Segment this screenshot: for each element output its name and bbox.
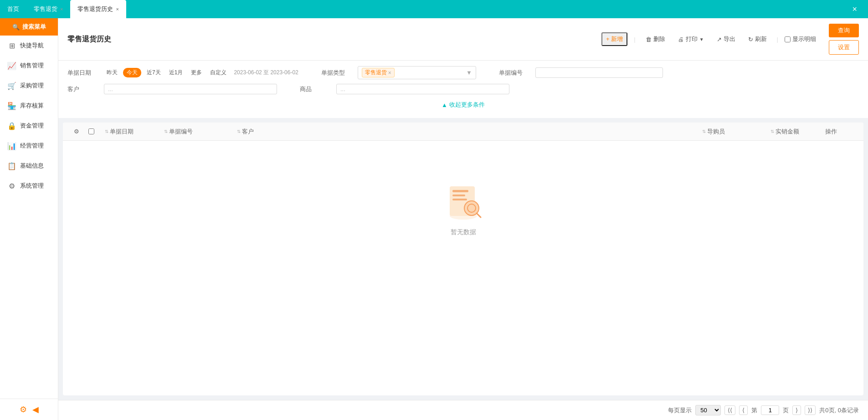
- purchase-icon: 🛒: [7, 81, 16, 90]
- per-page-select[interactable]: 50 10 20 100: [695, 405, 721, 415]
- th-num: ⇅ 单据编号: [160, 124, 233, 139]
- sidebar-search-label: 搜索菜单: [22, 23, 46, 31]
- settings-bottom-icon[interactable]: ⚙: [20, 405, 27, 415]
- empty-icon: [441, 177, 486, 223]
- refresh-icon: ↻: [748, 36, 753, 43]
- inventory-icon: 🏪: [7, 101, 16, 110]
- tab-returnHistory-close[interactable]: ×: [116, 6, 118, 12]
- page-header: 零售退货历史 + 新增 | 🗑 删除 🖨 打印 ▼ ↗ 导出 ↻: [58, 18, 868, 61]
- page-last-button[interactable]: ⟩⟩: [805, 405, 816, 415]
- date-btn-7days[interactable]: 近7天: [144, 68, 164, 77]
- svg-rect-4: [452, 199, 467, 200]
- biz-icon: 📊: [7, 141, 16, 150]
- filter-settings-button[interactable]: 设置: [829, 40, 859, 55]
- page-prev-button[interactable]: ⟨: [739, 405, 748, 415]
- sidebar-item-basic-label: 基础信息: [20, 162, 44, 170]
- export-button[interactable]: ↗ 导出: [713, 33, 739, 45]
- th-settings[interactable]: ⚙: [68, 124, 85, 138]
- goods-filter-label: 商品: [300, 85, 327, 93]
- top-bar-right: ×: [848, 5, 868, 14]
- print-icon: 🖨: [678, 36, 684, 43]
- date-filter-label: 单据日期: [67, 69, 95, 77]
- sidebar-item-sales[interactable]: 📈 销售管理: [0, 56, 58, 76]
- sidebar-item-inventory-label: 库存核算: [20, 102, 44, 110]
- select-all-checkbox[interactable]: [88, 128, 94, 134]
- add-button[interactable]: + 新增: [601, 32, 627, 46]
- delete-button[interactable]: 🗑 删除: [642, 33, 669, 45]
- date-btn-more[interactable]: 更多: [188, 68, 205, 77]
- customer-filter-input[interactable]: ...: [104, 84, 277, 94]
- sort-date-icon[interactable]: ⇅: [105, 129, 108, 134]
- date-btn-today[interactable]: 今天: [123, 68, 141, 77]
- page-label: 第: [751, 406, 757, 415]
- tab-returnHistory[interactable]: 零售退货历史 ×: [70, 0, 126, 18]
- customer-filter-label: 客户: [67, 85, 95, 93]
- search-icon: 🔍: [12, 24, 20, 31]
- sidebar-bottom: ⚙ ◀: [0, 399, 58, 420]
- th-num-label: 单据编号: [169, 128, 193, 136]
- tab-return[interactable]: 零售退货 ×: [26, 0, 70, 18]
- collapse-sidebar-icon[interactable]: ◀: [32, 405, 39, 415]
- print-dropdown-icon: ▼: [699, 37, 704, 42]
- sidebar-item-system[interactable]: ⚙ 系统管理: [0, 176, 58, 196]
- th-date-label: 单据日期: [110, 128, 134, 136]
- sidebar-item-inventory[interactable]: 🏪 库存核算: [0, 96, 58, 116]
- th-action-label: 操作: [825, 128, 837, 136]
- print-button[interactable]: 🖨 打印 ▼: [674, 33, 708, 45]
- th-amount: ⇅ 实销金额: [767, 124, 822, 139]
- date-btn-yesterday[interactable]: 昨天: [104, 68, 120, 77]
- table-settings-icon[interactable]: ⚙: [74, 128, 79, 135]
- sidebar-item-basic[interactable]: 📋 基础信息: [0, 156, 58, 176]
- page-title: 零售退货历史: [67, 35, 111, 50]
- basic-icon: 📋: [7, 161, 16, 170]
- tab-home[interactable]: 首页: [0, 0, 26, 18]
- window-close-button[interactable]: ×: [848, 5, 861, 14]
- filter-row-2: 客户 ... 商品 ...: [67, 84, 859, 94]
- sidebar-item-finance[interactable]: 🔒 资金管理: [0, 116, 58, 136]
- sort-amount-icon[interactable]: ⇅: [770, 129, 774, 134]
- print-label: 打印: [686, 35, 698, 43]
- svg-rect-2: [452, 190, 468, 192]
- sidebar-search[interactable]: 🔍 搜索菜单: [0, 18, 58, 36]
- th-checkbox[interactable]: [85, 125, 101, 138]
- query-btn-group: 查询 设置: [829, 24, 859, 55]
- display-toggle[interactable]: 显示明细: [785, 35, 816, 43]
- tab-return-close[interactable]: ×: [60, 6, 63, 12]
- svg-line-7: [477, 213, 481, 217]
- type-select-arrow: ▼: [466, 69, 472, 76]
- date-btn-custom[interactable]: 自定义: [207, 68, 229, 77]
- sidebar-item-quicknav-label: 快捷导航: [20, 41, 44, 50]
- tab-home-label: 首页: [7, 5, 19, 13]
- type-tag-remove[interactable]: ×: [388, 70, 391, 76]
- sidebar-item-purchase[interactable]: 🛒 采购管理: [0, 76, 58, 96]
- finance-icon: 🔒: [7, 121, 16, 130]
- tab-area: 首页 零售退货 × 零售退货历史 ×: [0, 0, 848, 18]
- sidebar-item-biz[interactable]: 📊 经营管理: [0, 136, 58, 156]
- display-checkbox[interactable]: [785, 36, 791, 42]
- sort-guide-icon[interactable]: ⇅: [702, 129, 706, 134]
- empty-state: 暂无数据: [63, 141, 863, 273]
- top-bar: 首页 零售退货 × 零售退货历史 × ×: [0, 0, 868, 18]
- type-tag-value: 零售退货: [365, 69, 387, 77]
- page-next-button[interactable]: ⟩: [792, 405, 801, 415]
- page-first-button[interactable]: ⟨⟨: [724, 405, 735, 415]
- th-customer-label: 客户: [242, 128, 254, 136]
- sidebar-item-quicknav[interactable]: ⊞ 快捷导航: [0, 36, 58, 56]
- svg-rect-3: [452, 195, 465, 196]
- page-input[interactable]: [761, 405, 779, 415]
- date-btn-1month[interactable]: 近1月: [166, 68, 186, 77]
- sidebar-item-system-label: 系统管理: [20, 182, 44, 190]
- goods-filter-input[interactable]: ...: [336, 84, 509, 94]
- collapse-button[interactable]: ▲ 收起更多条件: [67, 99, 859, 111]
- num-filter-input[interactable]: [535, 67, 663, 78]
- sort-customer-icon[interactable]: ⇅: [237, 129, 241, 134]
- th-guide: ⇅ 导购员: [699, 124, 767, 139]
- query-button[interactable]: 查询: [829, 24, 859, 37]
- refresh-button[interactable]: ↻ 刷新: [745, 33, 770, 45]
- pagination: 每页显示 50 10 20 100 ⟨⟨ ⟨ 第 页 ⟩ ⟩⟩ 共0页, 0条记…: [58, 400, 868, 420]
- table-header: ⚙ ⇅ 单据日期 ⇅ 单据编号 ⇅ 客户 ⇅: [63, 123, 863, 141]
- sort-num-icon[interactable]: ⇅: [164, 129, 168, 134]
- system-icon: ⚙: [7, 181, 16, 190]
- type-filter-select[interactable]: 零售退货 × ▼: [358, 66, 476, 79]
- sidebar-item-finance-label: 资金管理: [20, 122, 44, 130]
